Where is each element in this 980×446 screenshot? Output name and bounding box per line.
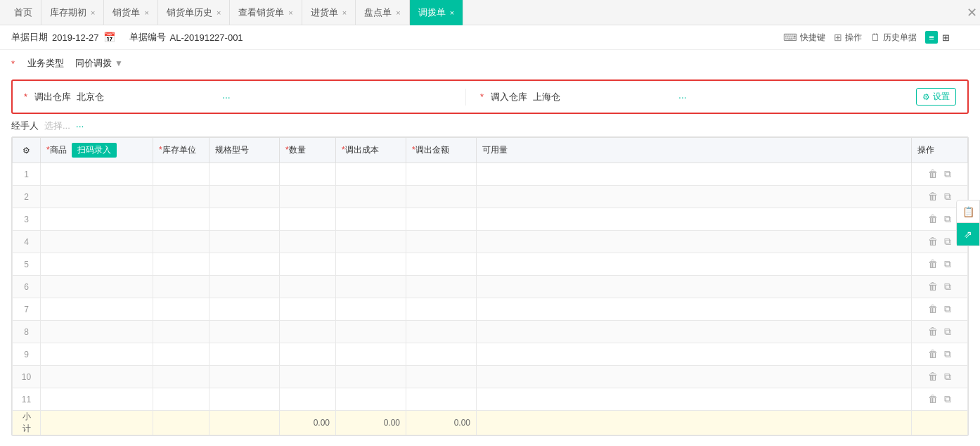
product-cell[interactable] [41,321,153,343]
amount-cell[interactable] [406,298,477,321]
product-cell[interactable] [41,208,153,231]
amount-cell[interactable] [406,163,477,186]
copy-icon[interactable]: ⧉ [944,281,951,292]
shortcuts-action[interactable]: ⌨ 快捷键 [783,32,825,44]
copy-icon[interactable]: ⧉ [944,348,951,359]
unit-cell[interactable] [153,231,209,253]
unit-cell[interactable] [153,163,209,186]
amount-cell[interactable] [406,186,477,208]
close-icon[interactable]: × [91,8,95,17]
delete-icon[interactable]: 🗑 [928,348,938,359]
spec-cell[interactable] [209,231,280,253]
spec-cell[interactable] [209,388,280,411]
amount-cell[interactable] [406,321,477,343]
copy-icon[interactable]: ⧉ [944,236,951,247]
unit-cell[interactable] [153,366,209,388]
spec-cell[interactable] [209,186,280,208]
quantity-cell[interactable] [280,388,336,411]
delete-icon[interactable]: 🗑 [928,326,938,337]
product-cell[interactable] [41,388,153,411]
quantity-cell[interactable] [280,163,336,186]
calendar-icon[interactable]: 📅 [103,32,115,43]
delete-icon[interactable]: 🗑 [928,303,938,314]
cost-cell[interactable] [336,366,406,388]
amount-cell[interactable] [406,231,477,253]
handler-select[interactable]: 选择... [44,120,70,132]
tab-home[interactable]: 首页 [6,0,41,25]
amount-cell[interactable] [406,366,477,388]
close-icon[interactable]: × [288,8,292,17]
cost-cell[interactable] [336,186,406,208]
cost-cell[interactable] [336,321,406,343]
table-scroll[interactable]: ⚙ *商品 扫码录入 *库存单位 规格型号 *数量 *调出成本 *调出金额 可用… [12,137,968,435]
copy-icon[interactable]: ⧉ [944,213,951,224]
unit-cell[interactable] [153,321,209,343]
warehouse-in-more-icon[interactable]: ··· [678,91,687,103]
cost-cell[interactable] [336,163,406,186]
available-cell[interactable] [477,186,912,208]
quantity-cell[interactable] [280,321,336,343]
settings-button[interactable]: ⚙ 设置 [916,88,956,106]
close-icon[interactable]: × [217,8,221,17]
history-action[interactable]: 🗒 历史单据 [870,32,917,44]
copy-icon[interactable]: ⧉ [944,191,951,202]
tab-sales-order[interactable]: 销货单 × [104,0,157,25]
available-cell[interactable] [477,163,912,186]
product-cell[interactable] [41,343,153,366]
delete-icon[interactable]: 🗑 [928,393,938,404]
cost-cell[interactable] [336,253,406,276]
spec-cell[interactable] [209,343,280,366]
copy-icon[interactable]: ⧉ [944,326,951,337]
tab-purchase[interactable]: 进货单 × [302,0,356,25]
product-cell[interactable] [41,276,153,298]
product-cell[interactable] [41,366,153,388]
delete-icon[interactable]: 🗑 [928,236,938,247]
settings-col-header[interactable]: ⚙ [13,138,41,163]
product-cell[interactable] [41,186,153,208]
operations-action[interactable]: ⊞ 操作 [834,32,862,44]
spec-cell[interactable] [209,321,280,343]
unit-cell[interactable] [153,343,209,366]
close-icon[interactable]: × [144,8,148,17]
layout-list-icon[interactable]: ≡ [925,31,938,44]
copy-icon[interactable]: ⧉ [944,371,951,382]
float-doc-icon[interactable]: 📋 [957,200,979,223]
business-type-select[interactable]: 同价调拨 ▼ [75,57,160,70]
amount-cell[interactable] [406,253,477,276]
cost-cell[interactable] [336,343,406,366]
handler-more-icon[interactable]: ··· [76,120,84,132]
available-cell[interactable] [477,343,912,366]
delete-icon[interactable]: 🗑 [928,258,938,269]
product-cell[interactable] [41,163,153,186]
quantity-cell[interactable] [280,231,336,253]
cost-cell[interactable] [336,208,406,231]
quantity-cell[interactable] [280,366,336,388]
tab-view-sales[interactable]: 查看销货单 × [230,0,302,25]
amount-cell[interactable] [406,208,477,231]
spec-cell[interactable] [209,253,280,276]
quantity-cell[interactable] [280,253,336,276]
copy-icon[interactable]: ⧉ [944,303,951,314]
spec-cell[interactable] [209,298,280,321]
available-cell[interactable] [477,366,912,388]
quantity-cell[interactable] [280,208,336,231]
warehouse-out-more-icon[interactable]: ··· [222,91,231,103]
spec-cell[interactable] [209,208,280,231]
float-expand-icon[interactable]: ⇗ [957,223,979,246]
quantity-cell[interactable] [280,276,336,298]
copy-icon[interactable]: ⧉ [944,393,951,404]
unit-cell[interactable] [153,298,209,321]
cost-cell[interactable] [336,388,406,411]
amount-cell[interactable] [406,343,477,366]
available-cell[interactable] [477,231,912,253]
available-cell[interactable] [477,321,912,343]
tab-sales-history[interactable]: 销货单历史 × [158,0,230,25]
close-icon[interactable]: × [450,8,454,17]
unit-cell[interactable] [153,276,209,298]
unit-cell[interactable] [153,208,209,231]
tab-stock-check[interactable]: 盘点单 × [356,0,409,25]
available-cell[interactable] [477,388,912,411]
delete-icon[interactable]: 🗑 [928,371,938,382]
available-cell[interactable] [477,253,912,276]
delete-icon[interactable]: 🗑 [928,213,938,224]
